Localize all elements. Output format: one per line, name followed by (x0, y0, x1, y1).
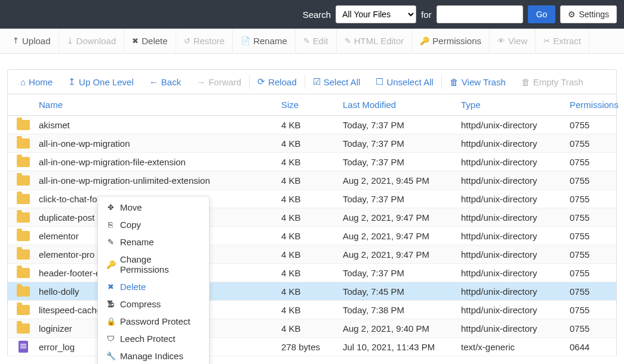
extract-button[interactable]: ✂Extract (536, 29, 589, 54)
table-row[interactable]: all-in-one-wp-migration-file-extension4 … (8, 153, 616, 171)
context-menu-label: Rename (120, 237, 154, 247)
settings-button[interactable]: ⚙ Settings (560, 5, 617, 23)
password-protect-icon: 🔒 (106, 317, 115, 326)
cell-type: httpd/unix-directory (461, 175, 570, 186)
cell-type: httpd/unix-directory (461, 268, 570, 278)
cell-type: httpd/unix-directory (461, 157, 570, 167)
cell-type: httpd/unix-directory (461, 323, 570, 334)
col-perm[interactable]: Permissions (570, 100, 623, 110)
cell-size: 4 KB (281, 157, 343, 167)
trash-icon: 🗑 (521, 77, 530, 87)
nav-bar: ⌂Home ↥Up One Level ←Back →Forward ⟳Relo… (7, 69, 617, 94)
context-menu-item[interactable]: 🛡Leech Protect (98, 330, 209, 347)
row-icon-cell (8, 249, 39, 260)
cell-size: 4 KB (281, 323, 343, 334)
cell-modified: Today, 7:37 PM (343, 157, 461, 167)
copy-icon: ⎘ (106, 220, 115, 229)
cell-modified: Today, 7:37 PM (343, 138, 461, 149)
cell-modified: Aug 2, 2021, 9:47 PM (343, 231, 461, 241)
cell-perm: 0755 (570, 305, 623, 315)
context-menu-item[interactable]: ⎘Copy (98, 216, 209, 233)
reload-link[interactable]: ⟳Reload (250, 76, 305, 87)
row-icon-cell (8, 138, 39, 149)
cell-name: all-in-one-wp-migration (39, 138, 281, 149)
search-scope-select[interactable]: All Your Files (336, 5, 416, 23)
unselect-all-link[interactable]: ☐Unselect All (368, 76, 441, 87)
gear-icon: ⚙ (568, 10, 576, 19)
download-button[interactable]: ⤓Download (59, 29, 125, 54)
cell-modified: Aug 2, 2021, 9:40 PM (343, 323, 461, 334)
context-menu-item[interactable]: ✥Move (98, 199, 209, 216)
html-editor-button[interactable]: ✎HTML Editor (337, 29, 413, 54)
context-menu-item[interactable]: 🗜Compress (98, 295, 209, 313)
cell-type: httpd/unix-directory (461, 120, 570, 130)
edit-icon: ✎ (303, 36, 310, 45)
context-menu-item[interactable]: 🔒Password Protect (98, 313, 209, 330)
back-link[interactable]: ←Back (142, 77, 189, 87)
empty-trash-label: Empty Trash (533, 77, 583, 87)
cell-perm: 0755 (570, 175, 623, 186)
rename-button[interactable]: 📄Rename (233, 29, 296, 54)
row-icon-cell (8, 268, 39, 278)
context-menu-item[interactable]: 🔧Manage Indices (98, 347, 209, 364)
download-icon: ⤓ (67, 36, 73, 45)
empty-trash-link[interactable]: 🗑Empty Trash (514, 77, 591, 87)
view-trash-link[interactable]: 🗑View Trash (442, 77, 514, 87)
html-editor-icon: ✎ (345, 36, 351, 45)
context-menu-item[interactable]: 🔑Change Permissions (98, 251, 209, 278)
context-menu: ✥Move⎘Copy✎Rename🔑Change Permissions✖Del… (97, 196, 210, 364)
table-row[interactable]: all-in-one-wp-migration4 KBToday, 7:37 P… (8, 134, 616, 153)
cell-perm: 0755 (570, 286, 623, 297)
restore-icon: ↺ (184, 36, 190, 45)
row-icon-cell (8, 120, 39, 130)
context-menu-label: Copy (120, 220, 141, 230)
context-menu-label: Move (120, 202, 142, 212)
col-modified[interactable]: Last Modified (343, 100, 461, 110)
cell-name: akismet (39, 120, 281, 130)
search-input[interactable] (437, 5, 523, 23)
cell-type: httpd/unix-directory (461, 249, 570, 260)
table-row[interactable]: all-in-one-wp-migration-unlimited-extens… (8, 171, 616, 190)
forward-link[interactable]: →Forward (189, 77, 249, 87)
delete-button[interactable]: ✖Delete (124, 29, 176, 54)
row-icon-cell (8, 305, 39, 315)
cell-perm: 0755 (570, 249, 623, 260)
context-menu-label: Password Protect (120, 316, 190, 326)
col-type[interactable]: Type (461, 100, 570, 110)
table-row[interactable]: akismet4 KBToday, 7:37 PMhttpd/unix-dire… (8, 116, 616, 134)
context-menu-item[interactable]: ✖Delete (98, 278, 209, 295)
select-all-link[interactable]: ☑Select All (305, 76, 368, 87)
row-icon-cell (8, 341, 39, 353)
for-label: for (421, 10, 432, 20)
col-name[interactable]: Name (39, 100, 281, 110)
upload-button[interactable]: ⤒Upload (5, 29, 59, 54)
go-button[interactable]: Go (528, 5, 556, 23)
restore-button[interactable]: ↺Restore (176, 29, 233, 54)
home-link[interactable]: ⌂Home (13, 77, 60, 87)
edit-button[interactable]: ✎Edit (296, 29, 337, 54)
home-icon: ⌂ (20, 77, 26, 87)
permissions-button[interactable]: 🔑Permissions (412, 29, 490, 54)
folder-icon (17, 231, 30, 241)
delete-icon: ✖ (132, 36, 139, 45)
folder-icon (17, 286, 30, 297)
delete-icon: ✖ (106, 282, 115, 291)
cell-modified: Aug 2, 2021, 9:47 PM (343, 249, 461, 260)
reload-label: Reload (268, 77, 297, 87)
compress-icon: 🗜 (106, 300, 115, 309)
folder-icon (17, 138, 30, 149)
folder-icon (17, 157, 30, 167)
folder-icon (17, 212, 30, 223)
up-level-link[interactable]: ↥Up One Level (60, 76, 142, 87)
context-menu-item[interactable]: ✎Rename (98, 233, 209, 251)
cell-size: 4 KB (281, 175, 343, 186)
col-size[interactable]: Size (281, 100, 343, 110)
permissions-label: Permissions (432, 36, 481, 46)
restore-label: Restore (193, 36, 225, 46)
home-label: Home (29, 77, 53, 87)
upload-icon: ⤒ (13, 36, 19, 45)
search-label: Search (303, 10, 331, 20)
cell-size: 4 KB (281, 286, 343, 297)
view-button[interactable]: 👁View (490, 29, 536, 54)
view-trash-label: View Trash (462, 77, 506, 87)
